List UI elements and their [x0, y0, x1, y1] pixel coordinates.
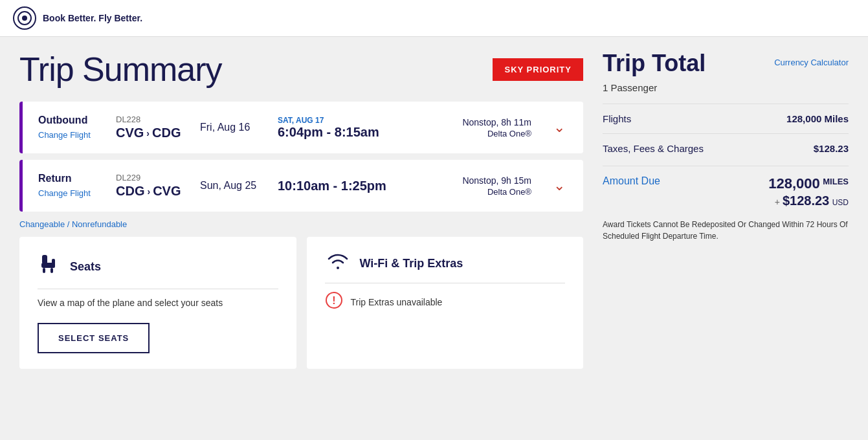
taxes-cost-row: Taxes, Fees & Charges $128.23	[603, 133, 849, 163]
sky-priority-badge: SKY PRIORITY	[493, 58, 583, 81]
svg-rect-6	[50, 268, 53, 273]
currency-calculator-link[interactable]: Currency Calculator	[774, 58, 849, 67]
main-content: Trip Summary SKY PRIORITY Outbound Chang…	[0, 37, 868, 382]
outbound-date: Fri, Aug 16	[200, 122, 278, 133]
amount-due-miles-row: 128,000 MILES	[768, 175, 849, 192]
flights-label: Flights	[603, 113, 631, 124]
right-panel: Trip Total Currency Calculator 1 Passeng…	[603, 50, 849, 369]
outbound-to: CDG	[152, 126, 181, 140]
return-route: CDG › CVG	[116, 184, 200, 199]
plus-icon: +	[775, 197, 783, 207]
amount-due-row: Amount Due 128,000 MILES + $128.23 USD	[603, 175, 849, 208]
wifi-card-body: ! Trip Extras unavailable	[325, 291, 566, 313]
outbound-details-right: Nonstop, 8h 11m Delta One®	[407, 117, 551, 138]
outbound-route: CVG › CDG	[116, 126, 200, 140]
select-seats-button[interactable]: SELECT SEATS	[38, 323, 150, 353]
wifi-icon	[325, 252, 351, 275]
return-expand-button[interactable]: ⌄	[551, 177, 568, 194]
svg-rect-2	[42, 255, 47, 264]
top-bar: Book Better. Fly Better.	[0, 0, 868, 37]
seats-card-body: View a map of the plane and select your …	[38, 297, 278, 353]
return-number-route: DL229 CDG › CVG	[116, 173, 200, 199]
return-arrow-icon: ›	[147, 186, 150, 197]
trip-extras-text: Trip Extras unavailable	[351, 297, 443, 307]
amount-due-miles: 128,000	[768, 175, 820, 192]
passenger-count: 1 Passenger	[603, 82, 849, 93]
seats-card-header: Seats	[38, 252, 278, 289]
outbound-nonstop: Nonstop, 8h 11m	[407, 117, 531, 127]
outbound-expand-button[interactable]: ⌄	[551, 119, 568, 136]
exclamation-icon: !	[325, 291, 343, 313]
page-title: Trip Summary	[19, 50, 222, 89]
flights-cost-row: Flights 128,000 Miles	[603, 104, 849, 133]
outbound-card-left: Outbound Change Flight	[38, 115, 116, 140]
seats-card: Seats View a map of the plane and select…	[19, 237, 296, 369]
outbound-times-block: SAT, AUG 17 6:04pm - 8:15am	[278, 116, 407, 140]
cards-row: Seats View a map of the plane and select…	[19, 237, 583, 369]
outbound-flight-info: DL228 CVG › CDG Fri, Aug 16 SAT, AUG 17 …	[116, 115, 551, 140]
trip-total-title: Trip Total	[603, 50, 706, 77]
amount-due-miles-unit: MILES	[823, 177, 849, 186]
return-card-left: Return Change Flight	[38, 173, 116, 199]
award-notice: Award Tickets Cannot Be Redeposited Or C…	[603, 219, 849, 242]
page-header: Trip Summary SKY PRIORITY	[19, 50, 583, 89]
return-flight-info: DL229 CDG › CVG Sun, Aug 25 10:10am - 1:…	[116, 173, 551, 199]
return-cabin: Delta One®	[407, 187, 531, 197]
return-date: Sun, Aug 25	[200, 180, 278, 192]
svg-text:!: !	[332, 295, 335, 306]
amount-due-value: 128,000 MILES + $128.23 USD	[768, 175, 849, 208]
return-times-block: 10:10am - 1:25pm	[278, 179, 407, 193]
wifi-card: Wi-Fi & Trip Extras ! Trip Extras unavai…	[307, 237, 584, 369]
outbound-flight-number: DL228	[116, 115, 200, 124]
changeable-text: Changeable / Nonrefundable	[19, 219, 583, 229]
outbound-cabin: Delta One®	[407, 129, 531, 138]
return-times: 10:10am - 1:25pm	[278, 179, 407, 193]
return-flight-card: Return Change Flight DL229 CDG › CVG Sun…	[19, 160, 583, 212]
outbound-change-flight-link[interactable]: Change Flight	[38, 130, 91, 140]
return-details-right: Nonstop, 9h 15m Delta One®	[407, 175, 551, 197]
return-label: Return	[38, 173, 116, 184]
amount-due-usd: $128.23	[783, 193, 829, 208]
outbound-flight-card: Outbound Change Flight DL228 CVG › CDG F…	[19, 102, 583, 153]
amount-due-usd-row: + $128.23 USD	[768, 193, 849, 208]
amount-due-section: Amount Due 128,000 MILES + $128.23 USD	[603, 166, 849, 208]
seats-card-title: Seats	[70, 260, 101, 274]
trip-total-header: Trip Total Currency Calculator	[603, 50, 849, 77]
return-change-flight-link[interactable]: Change Flight	[38, 188, 91, 198]
svg-point-1	[22, 16, 27, 21]
outbound-arrival-date: SAT, AUG 17	[278, 116, 407, 125]
flights-value: 128,000 Miles	[786, 113, 849, 124]
seat-icon	[38, 252, 61, 281]
outbound-from: CVG	[116, 126, 144, 140]
return-from: CDG	[116, 184, 144, 199]
wifi-card-header: Wi-Fi & Trip Extras	[325, 252, 566, 283]
wifi-card-title: Wi-Fi & Trip Extras	[360, 257, 463, 270]
logo-text: Book Better. Fly Better.	[43, 13, 142, 23]
logo-icon	[13, 6, 36, 30]
seats-card-description: View a map of the plane and select your …	[38, 297, 278, 310]
return-nonstop: Nonstop, 9h 15m	[407, 175, 531, 186]
outbound-times: 6:04pm - 8:15am	[278, 125, 407, 140]
return-to: CVG	[153, 184, 181, 199]
svg-rect-5	[43, 268, 45, 273]
amount-due-usd-unit: USD	[832, 198, 849, 207]
left-panel: Trip Summary SKY PRIORITY Outbound Chang…	[19, 50, 583, 369]
outbound-number-route: DL228 CVG › CDG	[116, 115, 200, 140]
return-flight-number: DL229	[116, 173, 200, 182]
trip-extras-unavailable: ! Trip Extras unavailable	[325, 291, 566, 313]
outbound-label: Outbound	[38, 115, 116, 126]
taxes-value: $128.23	[814, 143, 849, 154]
amount-due-label: Amount Due	[603, 175, 660, 187]
taxes-label: Taxes, Fees & Charges	[603, 143, 704, 154]
svg-rect-4	[52, 259, 55, 268]
outbound-arrow-icon: ›	[146, 128, 150, 138]
